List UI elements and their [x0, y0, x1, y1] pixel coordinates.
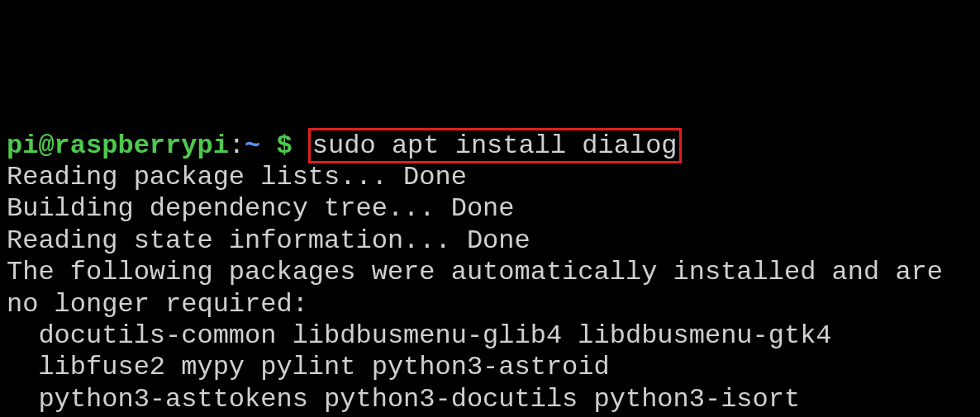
terminal-output: pi@raspberrypi:~ $ sudo apt install dial… — [7, 130, 973, 417]
output-line: Building dependency tree... Done — [7, 193, 515, 224]
prompt-path: ~ — [245, 130, 260, 161]
output-line: Reading state information... Done — [7, 225, 530, 256]
prompt-user-host: pi@raspberrypi — [7, 130, 229, 161]
package-list-line: libfuse2 mypy pylint python3-astroid — [7, 352, 973, 383]
prompt-colon: : — [229, 130, 245, 161]
prompt-dollar: $ — [260, 130, 308, 161]
package-list-line: docutils-common libdbusmenu-glib4 libdbu… — [7, 320, 973, 352]
output-line: Reading package lists... Done — [7, 162, 467, 192]
output-line: The following packages were automaticall… — [7, 257, 959, 319]
package-list-line: python3-asttokens python3-docutils pytho… — [7, 384, 973, 415]
command-highlighted: sudo apt install dialog — [308, 128, 682, 163]
command-text[interactable]: sudo apt install dialog — [312, 130, 678, 161]
